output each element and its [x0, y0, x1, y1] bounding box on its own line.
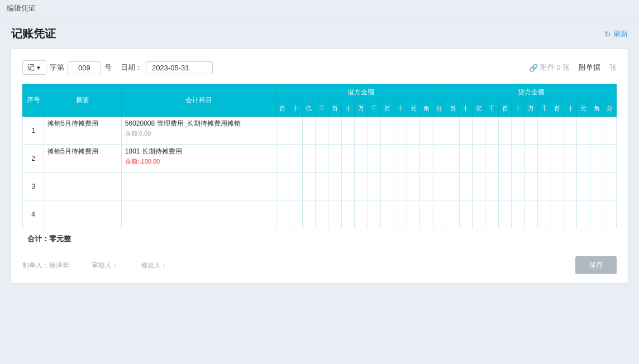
cell-debit-digit[interactable] [368, 173, 380, 200]
cell-credit-digit[interactable] [473, 117, 485, 145]
cell-debit-digit[interactable] [315, 145, 328, 173]
cell-debit-digit[interactable] [368, 200, 380, 228]
cell-debit-digit[interactable] [315, 117, 328, 145]
cell-debit-digit[interactable] [341, 117, 354, 145]
cell-debit-digit[interactable] [341, 173, 354, 200]
cell-credit-digit[interactable] [603, 200, 617, 228]
cell-debit-digit[interactable] [433, 117, 446, 145]
cell-debit-digit[interactable] [302, 173, 315, 200]
cell-debit-digit[interactable] [276, 200, 289, 228]
cell-debit-digit[interactable] [328, 117, 341, 145]
cell-debit-digit[interactable] [381, 200, 394, 228]
save-button[interactable]: 保存 [575, 256, 617, 274]
cell-credit-digit[interactable] [590, 145, 603, 173]
cell-credit-digit[interactable] [512, 117, 524, 145]
cell-credit-digit[interactable] [446, 173, 459, 200]
cell-debit-digit[interactable] [328, 200, 341, 228]
cell-summary[interactable]: 摊销5月待摊费用 [44, 117, 121, 145]
cell-debit-digit[interactable] [355, 173, 368, 200]
cell-credit-digit[interactable] [485, 145, 498, 173]
cell-credit-digit[interactable] [446, 117, 459, 145]
number-input[interactable] [68, 61, 101, 74]
cell-debit-digit[interactable] [341, 145, 354, 173]
cell-debit-digit[interactable] [433, 173, 446, 200]
cell-account[interactable]: 56020008 管理费用_长期待摊费用摊销余额:0.00 [121, 117, 276, 145]
cell-credit-digit[interactable] [603, 117, 617, 145]
cell-credit-digit[interactable] [459, 200, 472, 228]
cell-debit-digit[interactable] [420, 145, 433, 173]
cell-credit-digit[interactable] [551, 200, 564, 228]
cell-debit-digit[interactable] [355, 200, 368, 228]
cell-debit-digit[interactable] [315, 173, 328, 200]
cell-credit-digit[interactable] [551, 173, 564, 200]
cell-credit-digit[interactable] [590, 117, 603, 145]
cell-credit-digit[interactable] [524, 200, 537, 228]
cell-account[interactable]: 1801 长期待摊费用余额:-100.00 [121, 145, 276, 173]
cell-credit-digit[interactable] [485, 200, 498, 228]
cell-debit-digit[interactable] [394, 173, 407, 200]
cell-debit-digit[interactable] [355, 117, 368, 145]
cell-debit-digit[interactable] [407, 117, 419, 145]
cell-credit-digit[interactable] [564, 145, 577, 173]
cell-debit-digit[interactable] [407, 200, 419, 228]
cell-debit-digit[interactable] [381, 173, 394, 200]
cell-debit-digit[interactable] [315, 200, 328, 228]
cell-credit-digit[interactable] [485, 117, 498, 145]
cell-debit-digit[interactable] [302, 200, 315, 228]
cell-account[interactable] [121, 200, 276, 228]
cell-debit-digit[interactable] [394, 145, 407, 173]
cell-debit-digit[interactable] [341, 200, 354, 228]
cell-debit-digit[interactable] [420, 117, 433, 145]
cell-credit-digit[interactable] [538, 145, 551, 173]
cell-credit-digit[interactable] [564, 173, 577, 200]
cell-credit-digit[interactable] [551, 145, 564, 173]
cell-credit-digit[interactable] [459, 173, 472, 200]
cell-credit-digit[interactable] [577, 145, 590, 173]
cell-credit-digit[interactable] [590, 173, 603, 200]
cell-debit-digit[interactable] [368, 145, 380, 173]
cell-credit-digit[interactable] [524, 145, 537, 173]
cell-debit-digit[interactable] [433, 145, 446, 173]
cell-credit-digit[interactable] [473, 173, 485, 200]
cell-debit-digit[interactable] [355, 145, 368, 173]
cell-credit-digit[interactable] [473, 145, 485, 173]
cell-summary[interactable] [44, 200, 121, 228]
cell-debit-digit[interactable] [302, 145, 315, 173]
cell-credit-digit[interactable] [577, 173, 590, 200]
cell-credit-digit[interactable] [577, 200, 590, 228]
cell-credit-digit[interactable] [564, 117, 577, 145]
cell-credit-digit[interactable] [564, 200, 577, 228]
cell-credit-digit[interactable] [498, 200, 511, 228]
cell-summary[interactable]: 摊销5月待摊费用 [44, 145, 121, 173]
cell-credit-digit[interactable] [512, 200, 524, 228]
cell-credit-digit[interactable] [538, 117, 551, 145]
cell-debit-digit[interactable] [276, 173, 289, 200]
cell-debit-digit[interactable] [433, 200, 446, 228]
cell-debit-digit[interactable] [276, 117, 289, 145]
cell-debit-digit[interactable] [368, 117, 380, 145]
cell-debit-digit[interactable] [328, 145, 341, 173]
cell-credit-digit[interactable] [551, 117, 564, 145]
refresh-button[interactable]: ↻ 刷新 [604, 29, 628, 39]
cell-debit-digit[interactable] [289, 145, 302, 173]
cell-debit-digit[interactable] [381, 117, 394, 145]
cell-credit-digit[interactable] [603, 145, 617, 173]
cell-credit-digit[interactable] [485, 173, 498, 200]
cell-credit-digit[interactable] [498, 145, 511, 173]
cell-credit-digit[interactable] [590, 200, 603, 228]
cell-debit-digit[interactable] [407, 145, 419, 173]
cell-debit-digit[interactable] [420, 173, 433, 200]
type-dropdown[interactable]: 记 ▼ [22, 60, 46, 75]
cell-debit-digit[interactable] [420, 200, 433, 228]
cell-credit-digit[interactable] [524, 173, 537, 200]
cell-account[interactable] [121, 173, 276, 200]
date-input[interactable] [146, 61, 213, 74]
cell-summary[interactable] [44, 173, 121, 200]
cell-credit-digit[interactable] [473, 200, 485, 228]
cell-credit-digit[interactable] [446, 200, 459, 228]
cell-credit-digit[interactable] [512, 173, 524, 200]
cell-debit-digit[interactable] [289, 173, 302, 200]
cell-debit-digit[interactable] [289, 200, 302, 228]
cell-debit-digit[interactable] [289, 117, 302, 145]
cell-debit-digit[interactable] [302, 117, 315, 145]
